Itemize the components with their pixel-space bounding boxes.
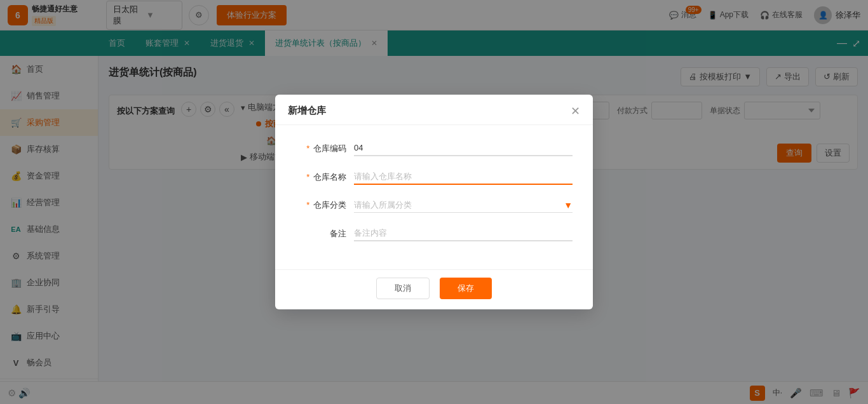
modal-body: * 仓库编码 * 仓库名称 * 仓库分类 <box>275 125 593 269</box>
new-warehouse-modal: 新增仓库 ✕ * 仓库编码 * 仓库名称 <box>275 95 593 309</box>
modal-footer: 取消 保存 <box>275 269 593 309</box>
save-button[interactable]: 保存 <box>440 278 492 299</box>
form-row-code: * 仓库编码 <box>295 140 573 156</box>
category-label-wrap: * 仓库分类 <box>295 199 346 211</box>
form-row-name: * 仓库名称 <box>295 169 573 185</box>
category-required-mark: * <box>306 200 309 210</box>
category-input[interactable] <box>354 198 573 213</box>
name-required-mark: * <box>306 172 309 182</box>
modal-header: 新增仓库 ✕ <box>275 95 593 125</box>
cancel-button[interactable]: 取消 <box>376 278 430 299</box>
name-label-wrap: * 仓库名称 <box>295 172 346 183</box>
category-select-wrap: ▼ <box>354 198 573 213</box>
modal-overlay[interactable]: 新增仓库 ✕ * 仓库编码 * 仓库名称 <box>0 0 868 404</box>
form-row-note: 备注 <box>295 226 573 241</box>
name-label: 仓库名称 <box>313 172 346 182</box>
category-label: 仓库分类 <box>313 200 346 210</box>
form-row-category: * 仓库分类 ▼ <box>295 198 573 213</box>
code-label-wrap: * 仓库编码 <box>295 143 346 154</box>
modal-close-button[interactable]: ✕ <box>571 105 580 117</box>
code-label: 仓库编码 <box>313 144 346 153</box>
note-label: 备注 <box>295 228 346 239</box>
note-input[interactable] <box>354 226 573 241</box>
name-input[interactable] <box>354 169 573 185</box>
code-required-mark: * <box>306 144 309 153</box>
modal-title: 新增仓库 <box>288 105 326 117</box>
code-input[interactable] <box>354 140 573 156</box>
